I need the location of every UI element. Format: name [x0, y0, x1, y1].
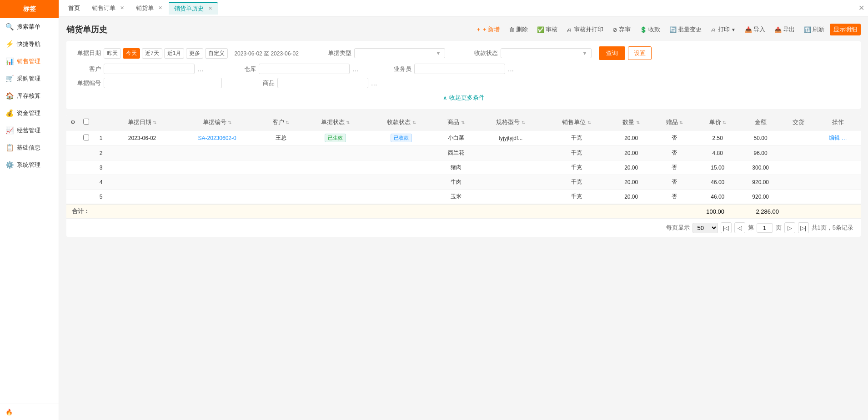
delete-icon: 🗑: [509, 26, 515, 33]
delete-button[interactable]: 🗑 删除: [505, 24, 532, 35]
more-action[interactable]: …: [842, 135, 847, 141]
prev-page-button[interactable]: ◁: [734, 222, 745, 233]
per-page-select[interactable]: 10 20 50 100: [692, 223, 718, 233]
sort-spec-icon: ⇅: [522, 120, 525, 125]
td-unit-price: 4.80: [696, 146, 739, 160]
th-unit-price[interactable]: 单价 ⇅: [696, 115, 739, 130]
payment-status-select[interactable]: ▼: [501, 48, 592, 58]
page-number-input[interactable]: [757, 223, 773, 233]
th-goods[interactable]: 商品 ⇅: [434, 115, 477, 130]
table-body: 1 2023-06-02 SA-20230602-0 王总 已生效 已收款 小白…: [66, 130, 861, 204]
sidebar-item-basic-info[interactable]: 📋 基础信息: [0, 139, 59, 156]
doc-no-link[interactable]: SA-20230602-0: [198, 135, 236, 141]
next-page-button[interactable]: ▷: [784, 222, 795, 233]
print-button[interactable]: 🖨 打印 ▼: [707, 24, 739, 35]
audit-button[interactable]: ✅ 审核: [533, 24, 561, 35]
table-row: 5 玉米 千克 20.00 否 46.00 920.00: [66, 190, 861, 204]
select-all-checkbox[interactable]: [83, 119, 89, 125]
td-rownum: 3: [93, 160, 109, 175]
date-btn-today[interactable]: 今天: [123, 48, 140, 59]
sidebar-item-search-menu[interactable]: 🔍 搜索菜单: [0, 18, 59, 35]
sidebar-item-system-mgmt[interactable]: ⚙️ 系统管理: [0, 156, 59, 174]
warehouse-dots[interactable]: ...: [352, 65, 358, 73]
th-gift[interactable]: 赠品 ⇅: [653, 115, 696, 130]
collapse-filter-button[interactable]: ∧ 收起更多条件: [74, 92, 853, 104]
doc-type-select[interactable]: ▼: [354, 48, 445, 58]
set-button[interactable]: 设置: [628, 46, 652, 60]
batch-change-button[interactable]: 🔄 批量变更: [666, 24, 705, 35]
sidebar-item-inventory[interactable]: 🏠 库存核算: [0, 87, 59, 105]
th-payment-status[interactable]: 收款状态 ⇅: [368, 115, 434, 130]
date-btn-custom[interactable]: 自定义: [205, 48, 228, 59]
display-detail-button[interactable]: 显示明细: [830, 24, 861, 35]
purchase-mgmt-icon: 🛒: [5, 75, 14, 83]
date-btn-7days[interactable]: 近7天: [142, 48, 162, 59]
import-button[interactable]: 📥 导入: [741, 24, 769, 35]
audit-print-button[interactable]: 🖨 审核并打印: [563, 24, 607, 35]
tab-bar-close-all[interactable]: ✕: [858, 4, 864, 12]
refresh-button[interactable]: 🔃 刷新: [800, 24, 828, 35]
new-button[interactable]: ＋ + 新增: [472, 24, 503, 35]
salesperson-dots[interactable]: ...: [508, 65, 514, 73]
sidebar-item-sales-mgmt[interactable]: 📊 销售管理: [0, 53, 59, 70]
filter-panel: 单据日期 昨天 今天 近7天 近1月 更多 自定义 2023-06-02 至 2…: [66, 41, 861, 109]
close-tab-sales-history[interactable]: ✕: [208, 5, 212, 11]
customer-input[interactable]: [104, 64, 195, 74]
system-mgmt-icon: ⚙️: [5, 161, 14, 169]
goods-input[interactable]: [277, 78, 368, 88]
sidebar-item-purchase-mgmt[interactable]: 🛒 采购管理: [0, 70, 59, 87]
th-sales-unit[interactable]: 销售单位 ⇅: [544, 115, 610, 130]
sort-sales-unit-icon: ⇅: [587, 120, 591, 125]
collect-icon: 💲: [640, 26, 647, 33]
date-btn-1month[interactable]: 近1月: [164, 48, 185, 59]
tab-sales-goods[interactable]: 销货单 ✕: [130, 2, 168, 15]
th-customer[interactable]: 客户 ⇅: [259, 115, 302, 130]
td-actions: [815, 190, 861, 204]
customer-dots[interactable]: ...: [197, 65, 203, 73]
sales-mgmt-icon: 📊: [5, 57, 14, 65]
tab-bar: 首页 销售订单 ✕ 销货单 ✕ 销货单历史 ✕ ✕: [59, 0, 868, 16]
collapse-up-icon: ∧: [443, 95, 447, 101]
date-btn-more[interactable]: 更多: [186, 48, 203, 59]
sidebar-item-finance[interactable]: 💰 资金管理: [0, 105, 59, 122]
sidebar-item-quick-nav[interactable]: ⚡ 快捷导航: [0, 35, 59, 53]
tab-home[interactable]: 首页: [63, 2, 85, 15]
tab-sales-history[interactable]: 销货单历史 ✕: [169, 2, 218, 15]
td-goods: 玉米: [434, 190, 477, 204]
th-gear[interactable]: ⚙: [66, 115, 79, 130]
th-doc-no[interactable]: 单据编号 ⇅: [175, 115, 259, 130]
th-doc-status[interactable]: 单据状态 ⇅: [302, 115, 368, 130]
td-gear: [66, 146, 79, 160]
th-quantity[interactable]: 数量 ⇅: [610, 115, 653, 130]
td-payment-status: 已收款: [368, 130, 434, 146]
td-doc-status: [302, 190, 368, 204]
edit-action[interactable]: 编辑: [829, 134, 840, 142]
sidebar-fire-btn[interactable]: 🔥: [0, 404, 59, 420]
audit-print-icon: 🖨: [567, 26, 572, 33]
td-gift: 否: [653, 160, 696, 175]
first-page-button[interactable]: |◁: [721, 222, 732, 233]
sidebar-item-operations[interactable]: 📈 经营管理: [0, 122, 59, 139]
close-tab-sales-goods[interactable]: ✕: [158, 5, 162, 11]
th-doc-date[interactable]: 单据日期 ⇅: [109, 115, 175, 130]
query-button[interactable]: 查询: [599, 46, 625, 60]
warehouse-input[interactable]: [259, 64, 350, 74]
row-checkbox[interactable]: [83, 135, 89, 140]
salesperson-input[interactable]: [414, 64, 505, 74]
export-button[interactable]: 📤 导出: [771, 24, 798, 35]
th-spec[interactable]: 规格型号 ⇅: [477, 115, 543, 130]
filter-docno-item: 单据编号: [74, 78, 222, 88]
close-tab-sales-order[interactable]: ✕: [120, 5, 124, 11]
sidebar-item-label: 采购管理: [17, 75, 40, 83]
collect-button[interactable]: 💲 收款: [636, 24, 664, 35]
filter-row-3: 单据编号 商品 ...: [74, 78, 853, 88]
tab-sales-order[interactable]: 销售订单 ✕: [86, 2, 130, 15]
sort-doc-no-icon: ⇅: [228, 120, 231, 125]
goods-dots[interactable]: ...: [371, 79, 377, 87]
sort-doc-status-icon: ⇅: [346, 120, 350, 125]
date-btn-yesterday[interactable]: 昨天: [104, 48, 121, 59]
last-page-button[interactable]: ▷|: [798, 222, 809, 233]
docno-input[interactable]: [104, 78, 222, 88]
abandon-button[interactable]: ⊘ 弃审: [609, 24, 634, 35]
refresh-icon: 🔃: [804, 26, 811, 33]
